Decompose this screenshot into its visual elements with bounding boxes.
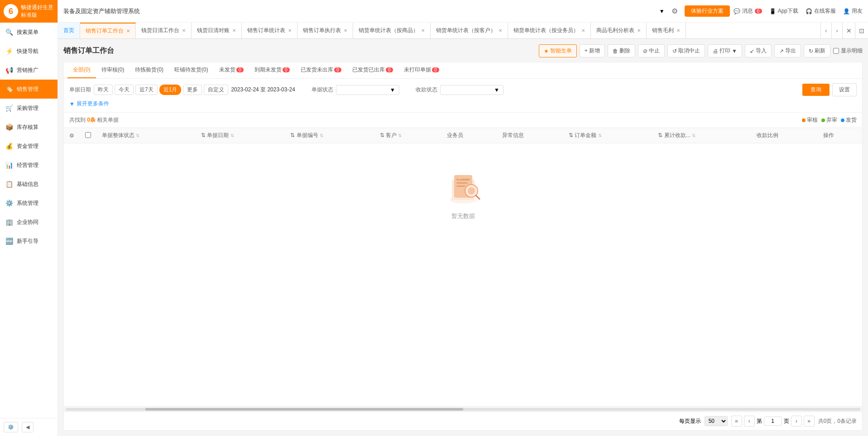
sidebar-item-sales[interactable]: 🏷️ 销售管理	[0, 80, 58, 99]
tab-sales-by-staff[interactable]: 销货单统计表（按业务员） ✕	[508, 23, 591, 39]
th-status[interactable]: 单据整体状态	[96, 128, 196, 143]
last-page-btn[interactable]: »	[804, 416, 815, 427]
tab-sales-by-product[interactable]: 销货单统计表（按商品） ✕	[353, 23, 431, 39]
subtab-not-printed[interactable]: 未打印单据0	[398, 62, 445, 78]
select-all-checkbox[interactable]	[85, 132, 91, 138]
refresh-icon: ↻	[809, 48, 813, 54]
topbar-dropdown[interactable]: ▼	[659, 8, 665, 14]
date-btn-more[interactable]: 更多	[183, 85, 202, 95]
sidebar-item-inventory[interactable]: 📦 库存核算	[0, 118, 58, 137]
th-customer[interactable]: ⇅ 客户	[374, 128, 441, 143]
scrollbar-thumb[interactable]	[145, 408, 463, 411]
ai-generate-btn[interactable]: ★ 智能生单	[539, 44, 577, 57]
solution-btn[interactable]: 体验行业方案	[685, 5, 730, 17]
add-btn[interactable]: + 新增	[580, 44, 605, 57]
sidebar-item-guide[interactable]: 🆕 新手引导	[0, 232, 58, 251]
show-detail-checkbox[interactable]	[833, 48, 839, 54]
prev-page-btn[interactable]: ‹	[744, 416, 755, 427]
next-page-btn[interactable]: ›	[791, 416, 802, 427]
th-gear[interactable]: ⚙	[64, 128, 80, 143]
delete-btn[interactable]: 🗑 删除	[608, 44, 635, 57]
subtab-pending-inspect[interactable]: 待拣验货(0)	[129, 62, 169, 78]
collapse-btn[interactable]: ◀	[22, 422, 34, 432]
tab-cash-reconcile-close[interactable]: ✕	[232, 28, 236, 33]
date-btn-1month[interactable]: 近1月	[159, 85, 182, 95]
subtab-wangpu[interactable]: 旺铺待发货(0)	[169, 62, 214, 78]
th-amount[interactable]: ⇅ 订单金额	[563, 128, 652, 143]
tab-home[interactable]: 首页	[58, 23, 80, 39]
sidebar-item-finance[interactable]: 💰 资金管理	[0, 137, 58, 156]
print-btn[interactable]: 🖨 打印 ▼	[708, 44, 742, 57]
tab-sales-exec[interactable]: 销售订单执行表 ✕	[297, 23, 353, 39]
user-menu[interactable]: 👤 用友	[843, 7, 863, 15]
sidebar-item-enterprise[interactable]: 🏢 企业协同	[0, 213, 58, 232]
date-btn-today[interactable]: 今天	[115, 85, 134, 95]
sidebar-item-search[interactable]: 🔍 搜索菜单	[0, 23, 58, 42]
export-btn[interactable]: ↗ 导出	[774, 44, 801, 57]
sidebar-item-marketing[interactable]: 📢 营销推广	[0, 61, 58, 80]
refresh-btn[interactable]: ↻ 刷新	[804, 44, 830, 57]
horizontal-scrollbar[interactable]	[64, 406, 862, 412]
batch-anti-review-btn[interactable]: 弃审	[821, 116, 837, 124]
page-size-select[interactable]: 50 10 20 100	[705, 416, 728, 426]
set-btn[interactable]: 设置	[832, 83, 857, 96]
date-btn-yesterday[interactable]: 昨天	[94, 85, 113, 95]
tab-sales-by-product-close[interactable]: ✕	[421, 28, 425, 33]
date-btn-custom[interactable]: 自定义	[204, 85, 228, 95]
app-download-btn[interactable]: 📱 App下载	[769, 7, 798, 15]
topbar-gear-icon[interactable]: ⚙	[668, 5, 681, 18]
tab-sales-workbench-close[interactable]: ✕	[126, 28, 130, 33]
subtab-overdue-not-shipped[interactable]: 到期未发货0	[249, 62, 295, 78]
tab-sales-by-staff-close[interactable]: ✕	[581, 28, 585, 33]
subtab-all[interactable]: 全部(0)	[67, 62, 96, 78]
import-btn[interactable]: ↙ 导入	[745, 44, 772, 57]
sidebar-item-operations[interactable]: 📊 经营管理	[0, 156, 58, 175]
subtab-shipped-out[interactable]: 已发货已出库0	[347, 62, 398, 78]
show-detail-label[interactable]: 显示明细	[833, 47, 863, 55]
batch-ship-btn[interactable]: 发货	[841, 116, 857, 124]
tab-scroll-right[interactable]: ›	[832, 23, 843, 39]
tab-cash-daily-close[interactable]: ✕	[182, 28, 186, 33]
date-btn-7days[interactable]: 近7天	[135, 85, 158, 95]
message-btn[interactable]: 💬 消息 6	[734, 7, 762, 15]
sidebar-item-purchase[interactable]: 🛒 采购管理	[0, 99, 58, 118]
stop-btn[interactable]: ⊘ 中止	[638, 44, 665, 57]
tab-cash-daily[interactable]: 钱货日清工作台 ✕	[136, 23, 192, 39]
tab-expand[interactable]: ⊡	[855, 23, 868, 39]
payment-select[interactable]: ▼	[440, 85, 504, 95]
query-btn[interactable]: 查询	[802, 84, 830, 96]
online-service-btn[interactable]: 🎧 在线客服	[806, 7, 836, 15]
tab-gross-margin-close[interactable]: ✕	[637, 28, 641, 33]
tab-sales-by-customer[interactable]: 销货单统计表（按客户） ✕	[431, 23, 508, 39]
tab-sales-stats-close[interactable]: ✕	[288, 28, 292, 33]
tab-sales-profit[interactable]: 销售毛利 ✕	[647, 23, 686, 39]
page-number-input[interactable]: 1	[764, 417, 782, 426]
th-check[interactable]	[80, 128, 96, 143]
th-date[interactable]: ⇅ 单据日期	[196, 128, 285, 143]
tab-cash-reconcile-label: 钱货日清对账	[197, 27, 230, 34]
record-count: 0条	[87, 117, 96, 123]
tab-sales-stats[interactable]: 销售订单统计表 ✕	[242, 23, 297, 39]
subtab-pending-review[interactable]: 待审核(0)	[96, 62, 130, 78]
batch-review-btn[interactable]: 审核	[802, 116, 818, 124]
sidebar-item-basic[interactable]: 📋 基础信息	[0, 175, 58, 194]
tab-sales-profit-close[interactable]: ✕	[676, 28, 680, 33]
sidebar-item-system[interactable]: ⚙️ 系统管理	[0, 194, 58, 213]
cancel-stop-btn[interactable]: ↺ 取消中止	[667, 44, 705, 57]
settings-btn[interactable]: ⚙️	[4, 422, 18, 432]
sidebar-item-quick-nav[interactable]: ⚡ 快捷导航	[0, 42, 58, 61]
tab-sales-exec-close[interactable]: ✕	[344, 28, 347, 33]
tab-scroll-left[interactable]: ‹	[821, 23, 832, 39]
subtab-shipped-not-out[interactable]: 已发货未出库0	[295, 62, 347, 78]
tab-gross-margin[interactable]: 商品毛利分析表 ✕	[591, 23, 647, 39]
subtab-not-shipped[interactable]: 未发货0	[214, 62, 249, 78]
tab-sales-by-customer-close[interactable]: ✕	[499, 28, 502, 33]
status-select[interactable]: ▼	[336, 85, 399, 95]
tab-close-current[interactable]: ✕	[843, 23, 855, 39]
th-number[interactable]: ⇅ 单据编号	[285, 128, 374, 143]
tab-sales-workbench[interactable]: 销售订单工作台 ✕	[80, 23, 136, 39]
th-collected[interactable]: ⇅ 累计收款...	[652, 128, 751, 143]
tab-cash-reconcile[interactable]: 钱货日清对账 ✕	[192, 23, 242, 39]
first-page-btn[interactable]: «	[731, 416, 742, 427]
expand-more-btn[interactable]: ▼ 展开更多条件	[69, 100, 857, 108]
